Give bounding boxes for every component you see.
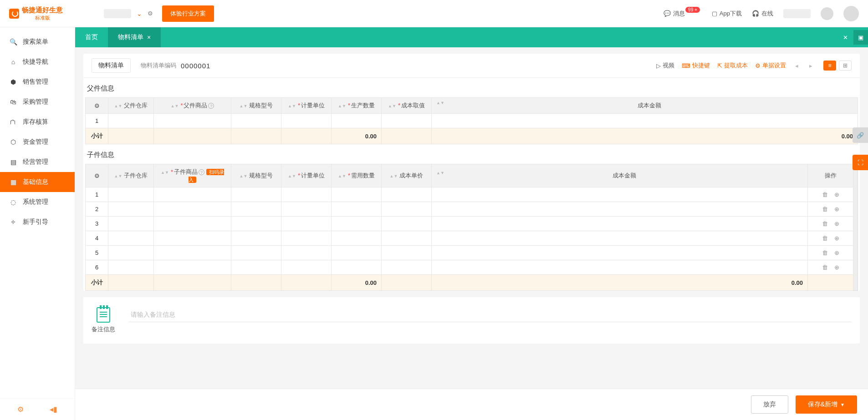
- online-service-link[interactable]: 🎧 在线: [752, 10, 773, 18]
- messages-link[interactable]: 💬 消息 99 +: [664, 10, 702, 18]
- remarks-input[interactable]: [129, 307, 852, 322]
- cell[interactable]: [382, 217, 432, 231]
- delete-icon[interactable]: 🗑: [822, 264, 828, 271]
- gear-header[interactable]: ⚙: [86, 164, 108, 187]
- sidebar-item-basic[interactable]: ▦ 基础信息: [0, 172, 75, 192]
- col-cost-mode[interactable]: ▲▼*成本取值: [382, 98, 432, 114]
- cell[interactable]: [281, 187, 332, 202]
- col-child-warehouse[interactable]: ▲▼子件仓库: [108, 164, 154, 187]
- cell[interactable]: [108, 231, 154, 246]
- discard-button[interactable]: 放弃: [751, 395, 788, 414]
- cell[interactable]: [432, 202, 808, 217]
- close-all-icon[interactable]: ✕: [838, 30, 853, 45]
- expand-tab[interactable]: ⛶: [853, 155, 868, 170]
- table-row[interactable]: 5🗑⊕: [86, 246, 853, 260]
- attachment-tab[interactable]: 🔗: [853, 127, 868, 143]
- delete-icon[interactable]: 🗑: [822, 206, 828, 213]
- cell[interactable]: [108, 187, 154, 202]
- gear-icon[interactable]: ⚙: [148, 10, 153, 17]
- col-unit[interactable]: ▲▼*计量单位: [281, 164, 332, 187]
- cell[interactable]: [154, 260, 231, 275]
- extract-cost-link[interactable]: ⇱提取成本: [717, 61, 748, 70]
- cell[interactable]: [382, 202, 432, 217]
- sidebar-item-search[interactable]: 🔍 搜索菜单: [0, 32, 75, 52]
- avatar-small[interactable]: [821, 7, 833, 20]
- cell[interactable]: [231, 202, 281, 217]
- scrollbar[interactable]: [853, 164, 858, 291]
- cell[interactable]: [382, 114, 432, 128]
- sidebar-item-quicknav[interactable]: ⌂ 快捷导航: [0, 52, 75, 72]
- cell[interactable]: [432, 114, 858, 128]
- org-select[interactable]: ⌄ ⚙: [104, 9, 153, 18]
- cell[interactable]: [382, 187, 432, 202]
- cell[interactable]: [231, 246, 281, 260]
- cell[interactable]: [332, 217, 382, 231]
- cell[interactable]: [432, 187, 808, 202]
- gear-header[interactable]: ⚙: [86, 98, 108, 114]
- cell[interactable]: [432, 260, 808, 275]
- col-prod-qty[interactable]: ▲▼*生产数量: [332, 98, 382, 114]
- cell[interactable]: [154, 202, 231, 217]
- delete-icon[interactable]: 🗑: [822, 191, 828, 198]
- collapse-icon[interactable]: ◂▮: [50, 405, 57, 414]
- cell[interactable]: [432, 217, 808, 231]
- sidebar-item-sales[interactable]: ⬢ 销售管理: [0, 72, 75, 92]
- cell[interactable]: [332, 187, 382, 202]
- cell[interactable]: [231, 187, 281, 202]
- table-row[interactable]: 2🗑⊕: [86, 202, 853, 217]
- help-icon[interactable]: ?: [208, 103, 214, 109]
- cell[interactable]: [231, 114, 281, 128]
- cell[interactable]: [332, 231, 382, 246]
- add-row-icon[interactable]: ⊕: [834, 264, 839, 271]
- cell[interactable]: [281, 217, 332, 231]
- sidebar-item-purchase[interactable]: 🛍 采购管理: [0, 92, 75, 112]
- cell[interactable]: [108, 217, 154, 231]
- add-row-icon[interactable]: ⊕: [834, 191, 839, 198]
- col-parent-goods[interactable]: ▲▼*父件商品?: [154, 98, 231, 114]
- cell[interactable]: [281, 231, 332, 246]
- col-spec[interactable]: ▲▼规格型号: [231, 164, 281, 187]
- video-link[interactable]: ▷视频: [656, 61, 674, 70]
- prev-arrow-icon[interactable]: ◂: [793, 62, 800, 69]
- list-view-button[interactable]: ≡: [823, 61, 836, 71]
- shortcut-link[interactable]: ⌨快捷键: [682, 61, 710, 70]
- col-spec[interactable]: ▲▼规格型号: [231, 98, 281, 114]
- add-row-icon[interactable]: ⊕: [834, 206, 839, 213]
- delete-icon[interactable]: 🗑: [822, 220, 828, 227]
- cell[interactable]: [281, 246, 332, 260]
- cell[interactable]: [231, 231, 281, 246]
- tab-home[interactable]: 首页: [75, 27, 108, 47]
- cell[interactable]: [154, 231, 231, 246]
- cell[interactable]: [108, 202, 154, 217]
- table-row[interactable]: 1: [86, 114, 858, 128]
- cell[interactable]: [154, 114, 231, 128]
- help-icon[interactable]: ?: [199, 169, 204, 175]
- cell[interactable]: [281, 202, 332, 217]
- col-unit[interactable]: ▲▼*计量单位: [281, 98, 332, 114]
- delete-icon[interactable]: 🗑: [822, 235, 828, 242]
- cell[interactable]: [281, 114, 332, 128]
- experience-button[interactable]: 体验行业方案: [162, 5, 214, 22]
- table-row[interactable]: 4🗑⊕: [86, 231, 853, 246]
- cell[interactable]: [432, 246, 808, 260]
- sidebar-item-business[interactable]: ▤ 经营管理: [0, 152, 75, 172]
- cell[interactable]: [332, 114, 382, 128]
- app-download-link[interactable]: ▢ App下载: [712, 10, 742, 18]
- cell[interactable]: [332, 260, 382, 275]
- cell[interactable]: [108, 246, 154, 260]
- cell[interactable]: [108, 260, 154, 275]
- cell[interactable]: [231, 260, 281, 275]
- col-cost-amount[interactable]: ▲▼成本金额: [432, 164, 808, 187]
- close-icon[interactable]: ×: [147, 34, 151, 41]
- col-child-goods[interactable]: ▲▼*子件商品?扫码录入: [154, 164, 231, 187]
- cell[interactable]: [281, 260, 332, 275]
- cell[interactable]: [432, 231, 808, 246]
- table-row[interactable]: 6🗑⊕: [86, 260, 853, 275]
- add-row-icon[interactable]: ⊕: [834, 235, 839, 242]
- add-row-icon[interactable]: ⊕: [834, 249, 839, 256]
- sidebar-item-system[interactable]: ◌ 系统管理: [0, 192, 75, 212]
- maximize-icon[interactable]: ▣: [853, 30, 868, 45]
- avatar-big[interactable]: [843, 6, 859, 21]
- cell[interactable]: [154, 246, 231, 260]
- cell[interactable]: [108, 114, 154, 128]
